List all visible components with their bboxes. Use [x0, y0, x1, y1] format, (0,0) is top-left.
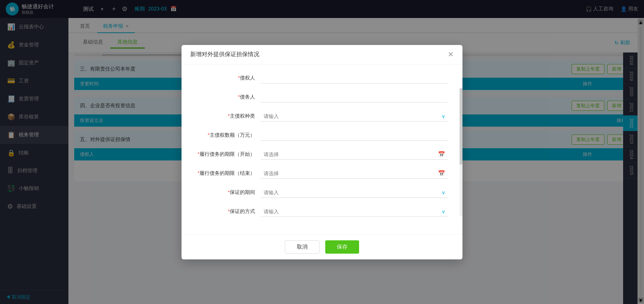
debt-type-select[interactable]: ∨ [261, 111, 448, 122]
form-row-period-end: *履行债务的期限（结束） 📅 [196, 168, 448, 179]
period-end-input[interactable] [261, 168, 438, 178]
period-start-calendar-icon[interactable]: 📅 [438, 151, 448, 158]
period-start-date[interactable]: 📅 [261, 149, 448, 160]
guarantee-method-select[interactable]: ∨ [261, 207, 448, 217]
debt-type-arrow[interactable]: ∨ [442, 113, 448, 119]
debtor-label: *债务人 [196, 94, 261, 100]
period-start-label: *履行债务的期限（开始） [196, 151, 261, 158]
modal-header: 新增对外提供保证担保情况 ✕ [182, 45, 462, 64]
debt-type-input[interactable] [261, 111, 442, 121]
period-end-calendar-icon[interactable]: 📅 [438, 170, 448, 177]
debt-type-label: *主债权种类 [196, 113, 261, 119]
form-row-creditor: *债权人 [196, 73, 448, 83]
period-end-date[interactable]: 📅 [261, 168, 448, 179]
form-row-guarantee-period: *保证的期间 ∨ [196, 187, 448, 198]
creditor-input[interactable] [261, 73, 448, 83]
form-row-debtor: *债务人 [196, 92, 448, 103]
cancel-button[interactable]: 取消 [285, 240, 319, 254]
period-end-label: *履行债务的期限（结束） [196, 170, 261, 177]
debt-amount-input[interactable] [261, 130, 448, 141]
guarantee-method-label: *保证的方式 [196, 208, 261, 215]
modal-body: *债权人 *债务人 *主债权种类 ∨ [182, 64, 462, 234]
modal-overlay: 新增对外提供保证担保情况 ✕ *债权人 *债务人 *主债权种类 [0, 0, 644, 304]
form-row-debt-amount: *主债权数额（万元） [196, 130, 448, 141]
modal-scrollbar [460, 88, 462, 216]
modal-footer: 取消 保存 [182, 234, 462, 259]
guarantee-method-arrow[interactable]: ∨ [442, 209, 448, 214]
guarantee-period-select[interactable]: ∨ [261, 187, 448, 198]
modal-close-button[interactable]: ✕ [448, 51, 454, 58]
form-row-guarantee-method: *保证的方式 ∨ [196, 207, 448, 217]
guarantee-method-input[interactable] [261, 207, 442, 217]
form-row-debt-type: *主债权种类 ∨ [196, 111, 448, 122]
guarantee-period-arrow[interactable]: ∨ [442, 190, 448, 195]
debt-amount-label: *主债权数额（万元） [196, 132, 261, 139]
period-start-input[interactable] [261, 149, 438, 159]
creditor-label: *债权人 [196, 75, 261, 81]
modal-title: 新增对外提供保证担保情况 [190, 51, 259, 58]
debtor-input[interactable] [261, 92, 448, 103]
guarantee-period-label: *保证的期间 [196, 189, 261, 196]
guarantee-period-input[interactable] [261, 187, 442, 198]
modal-dialog: 新增对外提供保证担保情况 ✕ *债权人 *债务人 *主债权种类 [182, 45, 462, 259]
save-button[interactable]: 保存 [325, 240, 359, 254]
form-row-period-start: *履行债务的期限（开始） 📅 [196, 149, 448, 160]
